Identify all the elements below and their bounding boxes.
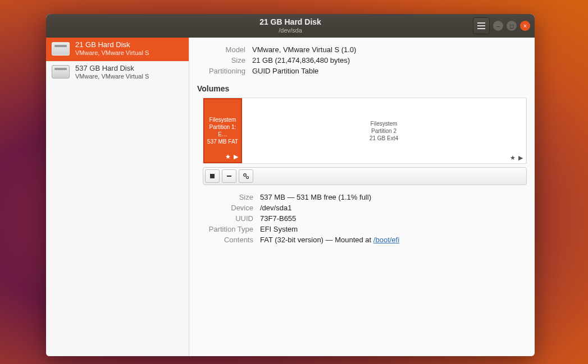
value-device: /dev/sda1 [257,202,403,213]
label-ptype: Partition Type [194,224,257,234]
delete-partition-button[interactable] [222,169,236,183]
disk-sidebar: 21 GB Hard Disk VMware, VMware Virtual S… [46,38,189,356]
value-partitioning: GUID Partition Table [249,66,359,76]
hard-disk-icon [52,42,70,56]
gears-icon [243,173,249,179]
window-title: 21 GB Hard Disk [46,17,535,27]
svg-rect-4 [227,176,231,177]
value-model: VMware, VMware Virtual S (1.0) [249,44,359,55]
sidebar-disk-title: 21 GB Hard Disk [75,41,149,49]
sidebar-disk-sub: VMware, VMware Virtual S [75,49,149,57]
volume-partition-2[interactable]: Filesystem Partition 2 21 GB Ext4 ★ ▶ [242,98,526,163]
window-body: 21 GB Hard Disk VMware, VMware Virtual S… [46,38,535,356]
vol-line: 21 GB Ext4 [370,135,398,142]
sidebar-disk-text: 537 GB Hard Disk VMware, VMware Virtual … [75,64,149,80]
volumes-diagram: Filesystem Partition 1: E… 537 MB FAT ★ … [203,98,527,164]
label-uuid: UUID [194,213,257,224]
svg-rect-1 [477,25,485,26]
svg-point-5 [244,174,247,177]
hamburger-icon [477,22,485,29]
value-psize: 537 MB — 531 MB free (1.1% full) [257,192,403,202]
titlebar-controls: – ◻ × [473,14,530,38]
label-partitioning: Partitioning [194,66,249,76]
vol-line: 537 MB FAT [207,138,238,145]
value-size: 21 GB (21,474,836,480 bytes) [249,55,359,66]
vol-line: Filesystem [371,120,398,127]
hard-disk-icon [52,65,70,79]
minus-icon [226,173,233,179]
partition-options-button[interactable] [239,169,253,183]
sidebar-disk-1[interactable]: 537 GB Hard Disk VMware, VMware Virtual … [46,61,189,85]
volume-toolbar [203,167,527,185]
value-ptype: EFI System [257,224,403,234]
vol-indicator-icons: ★ ▶ [225,153,239,160]
vol-line: Partition 2 [371,127,396,135]
mount-point-link[interactable]: /boot/efi [373,236,399,244]
contents-text: FAT (32-bit version) — Mounted at [260,236,373,244]
disk-properties: Model VMware, VMware Virtual S (1.0) Siz… [194,44,359,76]
label-size: Size [194,55,249,66]
vol-line: Filesystem [209,116,236,123]
sidebar-disk-title: 537 GB Hard Disk [75,64,149,73]
titlebar: 21 GB Hard Disk /dev/sda – ◻ × [46,14,535,38]
volumes-heading: Volumes [197,84,527,93]
disks-window: 21 GB Hard Disk /dev/sda – ◻ × 21 GB Har… [46,14,535,356]
svg-rect-3 [210,174,215,178]
stop-icon [209,173,216,179]
value-contents: FAT (32-bit version) — Mounted at /boot/… [257,234,403,245]
minimize-button[interactable]: – [493,21,503,31]
svg-point-6 [247,177,249,179]
label-device: Device [194,202,257,213]
titlebar-text: 21 GB Hard Disk /dev/sda [46,17,535,34]
partition-details: Size 537 MB — 531 MB free (1.1% full) De… [194,192,403,245]
main-panel: Model VMware, VMware Virtual S (1.0) Siz… [189,38,535,356]
sidebar-disk-0[interactable]: 21 GB Hard Disk VMware, VMware Virtual S [46,38,189,61]
label-contents: Contents [194,234,257,245]
label-psize: Size [194,192,257,202]
unmount-button[interactable] [205,169,220,183]
volume-partition-1[interactable]: Filesystem Partition 1: E… 537 MB FAT ★ … [203,98,242,163]
app-menu-button[interactable] [473,17,490,34]
sidebar-disk-sub: VMware, VMware Virtual S [75,73,149,80]
svg-rect-2 [477,28,485,29]
value-uuid: 73F7-B655 [257,213,403,224]
svg-rect-0 [477,22,485,24]
label-model: Model [194,44,249,55]
vol-line: Partition 1: E… [204,123,241,138]
close-button[interactable]: × [520,21,530,31]
window-subtitle: /dev/sda [46,27,535,34]
vol-indicator-icons: ★ ▶ [510,154,523,162]
sidebar-disk-text: 21 GB Hard Disk VMware, VMware Virtual S [75,41,149,57]
maximize-button[interactable]: ◻ [507,21,517,31]
